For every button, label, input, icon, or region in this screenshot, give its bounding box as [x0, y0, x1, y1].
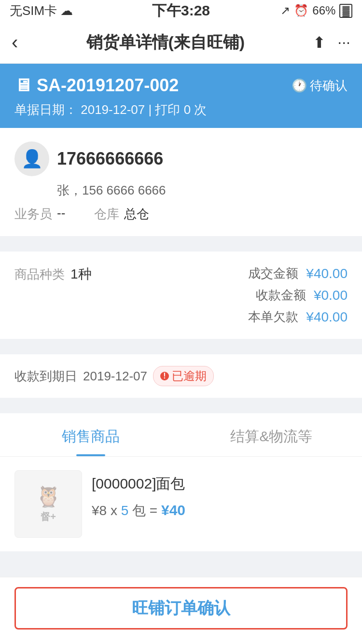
product-type-row: 商品种类 1种 [14, 265, 92, 283]
due-date-label: 收款到期日 [14, 368, 77, 385]
status-time: 下午3:28 [152, 1, 210, 21]
overdue-text: 已逾期 [172, 368, 207, 384]
status-right: ↗ ⏰ 66% ▓ [280, 4, 352, 18]
customer-section: 👤 17666666666 张，156 6666 6666 业务员 -- 仓库 … [0, 128, 362, 236]
amount-label: 成交金额 [248, 265, 298, 282]
order-date-row: 单据日期： 2019-12-07 | 打印 0 次 [14, 101, 348, 118]
nav-left: ‹ [12, 31, 18, 53]
product-row: 🦉 督+ [0000002]面包 ¥8 x 5 包 = ¥40 [14, 470, 348, 538]
type-value: 1种 [70, 265, 92, 283]
bottom-bar: 旺铺订单确认 [0, 577, 362, 644]
amount-value: ¥40.00 [306, 266, 348, 281]
customer-name: 张，156 6666 6666 [14, 182, 348, 199]
equals-sign: = [150, 503, 161, 518]
no-sim-label: 无SIM卡 ☁ [10, 2, 73, 19]
warehouse-value: 总仓 [124, 206, 149, 223]
tabs-row: 销售商品 结算&物流等 [0, 413, 362, 457]
salesperson-item: 业务员 -- [14, 206, 65, 223]
section-divider-2 [0, 347, 362, 354]
tab-sales-products-label: 销售商品 [62, 428, 120, 444]
unit-price: ¥8 [92, 503, 107, 518]
alarm-icon: ⏰ [294, 4, 308, 17]
type-label: 商品种类 [14, 266, 65, 283]
total-price: ¥40 [161, 502, 185, 518]
status-text: 待确认 [310, 77, 348, 94]
salesperson-value: -- [57, 206, 65, 223]
warehouse-item: 仓库 总仓 [94, 206, 149, 223]
status-left: 无SIM卡 ☁ [10, 2, 73, 19]
more-icon[interactable]: ··· [337, 33, 350, 51]
warehouse-label: 仓库 [94, 206, 119, 223]
brand-owl-icon: 🦉 [36, 485, 61, 508]
debt-value: ¥40.00 [306, 309, 348, 325]
share-icon[interactable]: ⬆ [313, 33, 326, 52]
product-name: [0000002]面包 [92, 474, 348, 494]
thumb-inner: 🦉 督+ [36, 485, 61, 523]
order-status: 🕐 待确认 [292, 77, 348, 94]
section-divider-1 [0, 244, 362, 252]
avatar: 👤 [14, 141, 49, 176]
status-bar: 无SIM卡 ☁ 下午3:28 ↗ ⏰ 66% ▓ [0, 0, 362, 21]
unit: 包 [132, 503, 146, 518]
date-label: 单据日期： [14, 102, 77, 117]
confirm-button[interactable]: 旺铺订单确认 [14, 587, 348, 630]
overdue-dot-icon: ! [160, 372, 169, 380]
multiply-sign: x [111, 503, 121, 518]
thumb-brand-label: 督+ [41, 510, 56, 523]
order-id-text: SA-20191207-002 [37, 75, 179, 96]
order-icon: 🖥 [14, 75, 32, 96]
due-date-section: 收款到期日 2019-12-07 ! 已逾期 [0, 354, 362, 398]
summary-right: 成交金额 ¥40.00 收款金额 ¥0.00 本单欠款 ¥40.00 [248, 265, 348, 325]
tabs-section: 销售商品 结算&物流等 [0, 413, 362, 457]
order-header: 🖥 SA-20191207-002 🕐 待确认 单据日期： 2019-12-07… [0, 64, 362, 128]
avatar-icon: 👤 [21, 149, 43, 169]
tab-settlement[interactable]: 结算&物流等 [181, 413, 362, 456]
quantity: 5 [121, 503, 129, 518]
product-price-row: ¥8 x 5 包 = ¥40 [92, 502, 348, 520]
print-info: | 打印 0 次 [148, 102, 207, 117]
received-value: ¥0.00 [314, 288, 348, 303]
tab-settlement-label: 结算&物流等 [230, 428, 312, 444]
battery-level: 66% [312, 4, 335, 17]
customer-phone: 17666666666 [57, 149, 163, 169]
nav-bar: ‹ 销货单详情(来自旺铺) ⬆ ··· [0, 21, 362, 64]
customer-row: 👤 17666666666 [14, 141, 348, 176]
due-date-value: 2019-12-07 [83, 369, 147, 384]
received-label: 收款金额 [256, 287, 306, 304]
battery-icon: ▓ [339, 4, 352, 18]
location-icon: ↗ [280, 4, 290, 17]
order-id-row: 🖥 SA-20191207-002 🕐 待确认 [14, 75, 348, 96]
product-thumbnail: 🦉 督+ [14, 470, 82, 538]
overdue-badge: ! 已逾期 [153, 366, 214, 386]
page-title: 销货单详情(来自旺铺) [86, 31, 245, 54]
product-info: [0000002]面包 ¥8 x 5 包 = ¥40 [92, 470, 348, 538]
order-id: 🖥 SA-20191207-002 [14, 75, 179, 96]
amount-row: 成交金额 ¥40.00 [248, 265, 348, 282]
order-date: 2019-12-07 [81, 102, 145, 117]
section-divider-3 [0, 406, 362, 413]
summary-left: 商品种类 1种 [14, 265, 92, 283]
summary-section: 商品种类 1种 成交金额 ¥40.00 收款金额 ¥0.00 本单欠款 ¥40.… [0, 252, 362, 339]
debt-label: 本单欠款 [248, 308, 298, 325]
debt-row: 本单欠款 ¥40.00 [248, 308, 348, 325]
customer-meta: 业务员 -- 仓库 总仓 [14, 206, 348, 223]
received-row: 收款金额 ¥0.00 [256, 287, 348, 304]
product-list: 🦉 督+ [0000002]面包 ¥8 x 5 包 = ¥40 [0, 457, 362, 551]
tab-sales-products[interactable]: 销售商品 [0, 413, 181, 456]
nav-right: ⬆ ··· [313, 33, 350, 52]
back-button[interactable]: ‹ [12, 31, 18, 53]
clock-icon: 🕐 [292, 78, 307, 93]
salesperson-label: 业务员 [14, 206, 52, 223]
